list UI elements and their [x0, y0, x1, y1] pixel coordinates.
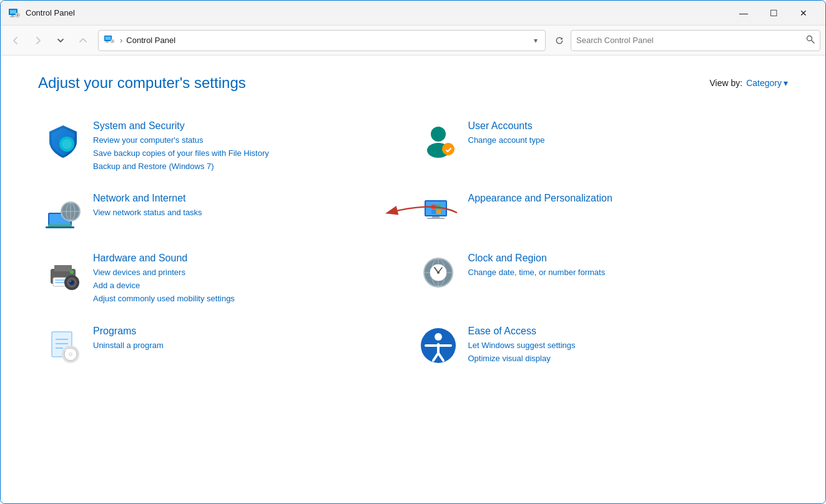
hardware-sound-link-3[interactable]: Adjust commonly used mobility settings: [93, 293, 408, 306]
address-dropdown[interactable]: ▾: [531, 36, 540, 45]
address-separator: ›: [120, 36, 122, 45]
svg-rect-13: [105, 42, 109, 42]
ease-access-icon: [418, 326, 458, 366]
ease-access-link-1[interactable]: Let Windows suggest settings: [468, 339, 784, 352]
recent-locations-button[interactable]: [51, 31, 71, 51]
programs-info: Programs Uninstall a program: [93, 326, 408, 352]
view-by-value-text: Category: [746, 78, 782, 88]
clock-region-icon: [418, 253, 458, 293]
app-icon: [8, 7, 21, 19]
svg-rect-3: [10, 16, 15, 17]
appearance-info: Appearance and Personalization: [468, 193, 784, 206]
search-icon: [806, 35, 815, 46]
category-appearance: Appearance and Personalization: [413, 183, 789, 243]
hardware-sound-icon: [43, 253, 83, 293]
address-text: Control Panel: [126, 36, 531, 45]
minimize-button[interactable]: —: [729, 3, 758, 23]
system-security-icon: [43, 120, 83, 160]
category-user-accounts: User Accounts Change account type: [413, 110, 789, 183]
page-title: Adjust your computer's settings: [38, 74, 246, 92]
refresh-button[interactable]: [551, 32, 568, 49]
search-box[interactable]: [571, 30, 820, 51]
view-by-label: View by:: [710, 78, 743, 88]
maximize-button[interactable]: ☐: [759, 3, 788, 23]
hardware-sound-info: Hardware and Sound View devices and prin…: [93, 253, 408, 305]
navigation-bar: › Control Panel ▾: [1, 26, 825, 56]
svg-rect-42: [54, 265, 72, 271]
ease-access-link-2[interactable]: Optimize visual display: [468, 352, 784, 366]
svg-point-19: [62, 139, 72, 149]
clock-region-link-1[interactable]: Change date, time, or number formats: [468, 266, 784, 279]
ease-access-info: Ease of Access Let Windows suggest setti…: [468, 326, 784, 366]
title-bar: Control Panel — ☐ ✕: [1, 1, 825, 26]
appearance-title[interactable]: Appearance and Personalization: [468, 193, 784, 204]
forward-button[interactable]: [28, 31, 48, 51]
programs-link-1[interactable]: Uninstall a program: [93, 339, 408, 352]
window-title: Control Panel: [26, 8, 729, 17]
up-button[interactable]: [73, 31, 93, 51]
svg-point-51: [70, 281, 71, 282]
hardware-sound-title[interactable]: Hardware and Sound: [93, 253, 408, 264]
window: Control Panel — ☐ ✕: [0, 0, 826, 504]
system-security-link-1[interactable]: Review your computer's status: [93, 134, 408, 147]
network-internet-info: Network and Internet View network status…: [93, 193, 408, 220]
clock-region-info: Clock and Region Change date, time, or n…: [468, 253, 784, 279]
svg-rect-2: [11, 15, 14, 16]
search-input[interactable]: [576, 36, 806, 45]
programs-title[interactable]: Programs: [93, 326, 408, 337]
svg-rect-11: [106, 36, 111, 40]
main-content: Adjust your computer's settings View by:…: [1, 56, 825, 503]
category-network-internet: Network and Internet View network status…: [38, 183, 413, 243]
svg-point-15: [112, 40, 113, 41]
svg-line-17: [812, 41, 815, 44]
hardware-sound-link-2[interactable]: Add a device: [93, 279, 408, 293]
svg-point-71: [435, 333, 442, 341]
system-security-title[interactable]: System and Security: [93, 120, 408, 132]
view-by-chevron-icon: ▾: [784, 78, 788, 88]
category-ease-access: Ease of Access Let Windows suggest setti…: [413, 316, 789, 376]
back-button[interactable]: [6, 31, 26, 51]
category-system-security: System and Security Review your computer…: [38, 110, 413, 183]
user-accounts-link-1[interactable]: Change account type: [468, 134, 784, 147]
svg-point-69: [70, 353, 72, 355]
categories-grid: System and Security Review your computer…: [38, 110, 788, 376]
view-by-dropdown[interactable]: Category ▾: [746, 78, 788, 88]
programs-icon: [43, 326, 83, 366]
user-accounts-info: User Accounts Change account type: [468, 120, 784, 147]
clock-region-title[interactable]: Clock and Region: [468, 253, 784, 264]
page-header: Adjust your computer's settings View by:…: [38, 74, 788, 92]
svg-rect-25: [46, 226, 74, 228]
category-hardware-sound: Hardware and Sound View devices and prin…: [38, 243, 413, 315]
hardware-sound-link-1[interactable]: View devices and printers: [93, 266, 408, 279]
system-security-info: System and Security Review your computer…: [93, 120, 408, 173]
system-security-link-3[interactable]: Backup and Restore (Windows 7): [93, 160, 408, 173]
view-by: View by: Category ▾: [710, 78, 788, 88]
category-programs: Programs Uninstall a program: [38, 316, 413, 376]
network-internet-icon: [43, 193, 83, 233]
network-internet-title[interactable]: Network and Internet: [93, 193, 408, 204]
window-controls: — ☐ ✕: [729, 3, 818, 23]
svg-rect-31: [48, 225, 72, 226]
svg-rect-12: [106, 41, 108, 42]
red-arrow-annotation: [376, 197, 463, 228]
close-button[interactable]: ✕: [789, 3, 818, 23]
svg-point-20: [431, 127, 446, 142]
ease-access-title[interactable]: Ease of Access: [468, 326, 784, 337]
address-bar[interactable]: › Control Panel ▾: [98, 30, 546, 51]
system-security-link-2[interactable]: Save backup copies of your files with Fi…: [93, 147, 408, 160]
address-bar-icon: [104, 34, 116, 47]
user-accounts-title[interactable]: User Accounts: [468, 120, 784, 132]
svg-rect-1: [10, 10, 16, 14]
user-accounts-icon: [418, 120, 458, 160]
network-internet-link-1[interactable]: View network status and tasks: [93, 206, 408, 220]
svg-point-46: [70, 270, 74, 274]
svg-point-5: [17, 14, 19, 16]
category-clock-region: Clock and Region Change date, time, or n…: [413, 243, 789, 315]
